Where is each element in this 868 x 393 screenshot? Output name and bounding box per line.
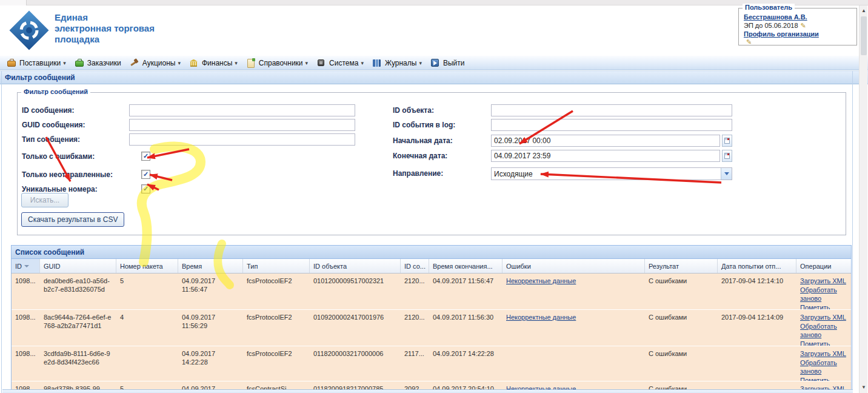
column-header-end-time[interactable]: Время окончания... bbox=[429, 259, 502, 273]
column-header-operations[interactable]: Операции bbox=[796, 259, 852, 273]
brand-line: Единая bbox=[55, 12, 155, 23]
menu-item-customers[interactable]: Заказчики bbox=[70, 56, 125, 70]
start-date-input[interactable] bbox=[491, 135, 720, 147]
only-errors-checkbox[interactable]: ✓ bbox=[141, 152, 150, 161]
column-header-type[interactable]: Тип bbox=[243, 259, 310, 273]
cell-errors: Некорректные данные bbox=[502, 274, 645, 309]
table-row: 1098...3cdfda9b-8111-6d6e-9e2d-8d34f423e… bbox=[12, 346, 851, 381]
direction-select[interactable]: Исходящие bbox=[491, 167, 732, 180]
cell-guid: 8ac9644a-7264-e6ef-e768-a2b2a77471d1 bbox=[40, 310, 116, 346]
cell-end-time: 04.09.2017 11:56:30 bbox=[429, 310, 502, 346]
vertical-scrollbar[interactable]: ▲ ▼ bbox=[859, 5, 867, 393]
cell-type: fcsProtocolEF2 bbox=[243, 346, 310, 381]
column-header-object-id[interactable]: ID объекта bbox=[310, 259, 401, 273]
cell-result: С ошибками bbox=[645, 310, 718, 346]
table-row: 1098...8ac9644a-7264-e6ef-e768-a2b2a7747… bbox=[12, 310, 851, 346]
cell-operations: Загрузить XMLОбработать зановоПометить о… bbox=[796, 274, 852, 309]
cell-result: С ошибками bbox=[645, 274, 718, 309]
column-header-packet[interactable]: Номер пакета bbox=[116, 259, 178, 273]
browser-tab-sliver bbox=[0, 0, 27, 5]
message-type-label: Тип сообщения: bbox=[22, 135, 80, 144]
cell-attempt bbox=[718, 346, 796, 381]
only-unsent-checkbox[interactable]: ✓ bbox=[141, 170, 150, 179]
message-guid-input[interactable] bbox=[129, 119, 355, 131]
briefcase-orange-icon bbox=[7, 58, 16, 68]
operation-link[interactable]: Обработать заново bbox=[800, 358, 849, 375]
start-date-label: Начальная дата: bbox=[393, 136, 453, 145]
org-profile-link[interactable]: Профиль организации bbox=[744, 30, 852, 38]
scroll-down-arrow[interactable]: ▼ bbox=[860, 383, 868, 392]
operation-link[interactable]: Загрузить XML bbox=[800, 313, 849, 321]
error-link[interactable]: Некорректные данные bbox=[506, 277, 576, 284]
column-header-id-so[interactable]: ID со... bbox=[401, 259, 429, 273]
cell-time: 04.09.2017 14:22:28 bbox=[178, 346, 243, 381]
log-event-id-input[interactable] bbox=[491, 119, 732, 131]
menu-item-finance[interactable]: Финансы▾ bbox=[185, 56, 242, 70]
menu-item-logout[interactable]: Выйти bbox=[426, 56, 469, 70]
cell-id-so: 2120... bbox=[401, 274, 429, 309]
end-date-calendar-button[interactable] bbox=[722, 150, 732, 162]
column-header-result[interactable]: Результат bbox=[645, 259, 718, 273]
message-id-label: ID сообщения: bbox=[22, 106, 75, 115]
column-header-errors[interactable]: Ошибки bbox=[502, 259, 645, 273]
message-type-input[interactable] bbox=[129, 133, 355, 146]
chevron-down-icon: ▾ bbox=[178, 60, 181, 66]
paging-toolbar-edge bbox=[2, 389, 853, 393]
cell-id: 1098... bbox=[12, 274, 40, 309]
calendar-icon bbox=[724, 138, 730, 144]
menu-item-label: Заказчики bbox=[87, 59, 121, 67]
log-event-id-label: ID события в log: bbox=[393, 121, 455, 129]
column-header-label: ID bbox=[15, 263, 22, 270]
cell-object-id: 0101200009517002321 bbox=[310, 274, 401, 309]
column-header-id[interactable]: ID bbox=[12, 259, 40, 273]
start-date-calendar-button[interactable] bbox=[722, 135, 732, 147]
operation-link[interactable]: Пометить ошибочным bbox=[800, 376, 849, 381]
cell-object-id: 0118200003217000006 bbox=[310, 346, 401, 381]
only-errors-label: Только с ошибками: bbox=[22, 152, 95, 161]
cell-guid: 3cdfda9b-8111-6d6e-9e2d-8d34f423ec66 bbox=[40, 346, 116, 381]
content-frame-left bbox=[1, 71, 2, 393]
user-name-link[interactable]: Бесстрашнова А.В. bbox=[744, 13, 852, 21]
cell-end-time: 04.09.2017 11:56:47 bbox=[429, 274, 502, 309]
direction-dropdown-button[interactable] bbox=[721, 168, 732, 180]
menu-item-suppliers[interactable]: Поставщики▾ bbox=[2, 56, 70, 70]
menu-item-dictionaries[interactable]: Справочники▾ bbox=[242, 56, 312, 70]
briefcase-green-icon bbox=[75, 58, 84, 68]
column-header-label: Номер пакета bbox=[120, 263, 163, 270]
column-header-time[interactable]: Время bbox=[178, 259, 243, 273]
cell-type: fcsProtocolEF2 bbox=[243, 274, 310, 309]
column-header-label: GUID bbox=[44, 263, 61, 270]
message-id-input[interactable] bbox=[129, 104, 355, 116]
direction-label: Направление: bbox=[393, 169, 443, 178]
message-guid-label: GUID сообщения: bbox=[22, 121, 85, 129]
cell-time: 04.09.2017 11:56:29 bbox=[178, 310, 243, 346]
page-title-bar: Фильтр сообщений bbox=[0, 71, 868, 84]
object-id-input[interactable] bbox=[491, 104, 732, 116]
column-header-attempt[interactable]: Дата попытки отп... bbox=[718, 259, 796, 273]
operation-link[interactable]: Обработать заново bbox=[800, 286, 849, 303]
menu-item-system[interactable]: Система▾ bbox=[312, 56, 368, 70]
search-button[interactable]: Искать... bbox=[21, 193, 68, 207]
operation-link[interactable]: Загрузить XML bbox=[800, 277, 849, 285]
operation-link[interactable]: Пометить ошибочным bbox=[800, 340, 849, 346]
cell-time: 04.09.2017 11:56:47 bbox=[178, 274, 243, 309]
menu-item-auctions[interactable]: Аукционы▾ bbox=[125, 56, 185, 70]
operation-link[interactable]: Загрузить XML bbox=[800, 349, 849, 358]
scroll-up-arrow[interactable]: ▲ bbox=[860, 7, 868, 15]
download-csv-button[interactable]: Скачать результаты в CSV bbox=[21, 212, 124, 227]
column-header-label: Результат bbox=[649, 263, 679, 270]
end-date-input[interactable] bbox=[491, 150, 720, 162]
cell-operations: Загрузить XMLОбработать зановоПометить о… bbox=[796, 346, 852, 381]
only-unsent-label: Только неотправленные: bbox=[22, 170, 113, 179]
brand-line: электронная торговая bbox=[55, 23, 155, 34]
column-header-guid[interactable]: GUID bbox=[40, 259, 116, 273]
unique-numbers-checkbox[interactable]: ✓ bbox=[141, 184, 150, 193]
main-menu: Поставщики▾ЗаказчикиАукционы▾Финансы▾Спр… bbox=[0, 56, 868, 70]
operation-link[interactable]: Пометить ошибочным bbox=[800, 303, 849, 309]
error-link[interactable]: Некорректные данные bbox=[506, 314, 576, 321]
logo bbox=[6, 7, 52, 53]
menu-item-journals[interactable]: Журналы▾ bbox=[368, 56, 426, 70]
scroll-thumb[interactable] bbox=[861, 16, 867, 55]
cert-expiry-text: ЭП до 05.06.2018 bbox=[744, 22, 798, 29]
operation-link[interactable]: Обработать заново bbox=[800, 322, 849, 339]
